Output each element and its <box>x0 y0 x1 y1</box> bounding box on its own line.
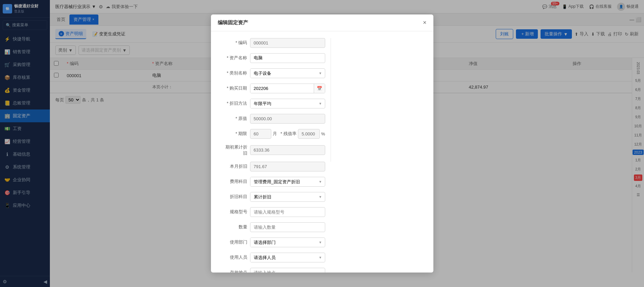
dep-subject-select[interactable]: 累计折旧 <box>250 192 316 201</box>
form-row-method: * 折旧方法 年限平均 ▼ <box>223 99 325 108</box>
user-select[interactable]: 请选择人员 <box>250 253 316 262</box>
modal-body: * 编码 * 资产名称 * 类别名称 电子设备 <box>211 31 433 273</box>
form-row-current-month-dep: 本月折旧 <box>223 162 325 171</box>
purchase-date-input[interactable] <box>250 84 314 93</box>
storage-label: 存放地点 <box>223 269 250 273</box>
form-row-asset-name: * 资产名称 <box>223 53 325 63</box>
expense-subject-select[interactable]: 管理费用_固定资产折旧 <box>250 177 316 186</box>
modal-header: 编辑固定资产 × <box>211 14 433 31</box>
original-value-input[interactable] <box>250 114 325 124</box>
modal-form-grid: * 编码 * 资产名称 * 类别名称 电子设备 <box>218 38 427 273</box>
edit-fixed-asset-modal: 编辑固定资产 × * 编码 * 资产名称 <box>211 14 433 273</box>
current-month-dep-label: 本月折旧 <box>223 163 250 169</box>
period-salvage-group: 月 * 残值率 % <box>250 129 325 139</box>
period-unit: 月 <box>273 131 277 137</box>
modal-close-button[interactable]: × <box>423 19 427 26</box>
method-select[interactable]: 年限平均 <box>250 99 316 108</box>
user-select-wrapper: 请选择人员 ▼ <box>250 253 325 262</box>
form-left-section: * 编码 * 资产名称 * 类别名称 电子设备 <box>218 38 331 162</box>
department-select-wrapper: 请选择部门 ▼ <box>250 237 325 247</box>
form-row-code: * 编码 <box>223 38 325 48</box>
expense-subject-wrapper: 管理费用_固定资产折旧 ▼ <box>250 177 325 187</box>
form-row-initial-depreciation: 期初累计折旧 <box>223 144 325 156</box>
salvage-input[interactable] <box>298 129 320 139</box>
form-row-category: * 类别名称 电子设备 ▼ <box>223 68 325 78</box>
category-label: * 类别名称 <box>223 70 250 76</box>
asset-name-input[interactable] <box>250 53 325 63</box>
category-select-wrapper: 电子设备 ▼ <box>250 68 325 78</box>
expense-subject-icon: ▼ <box>316 178 325 186</box>
current-month-dep-input[interactable] <box>250 162 325 171</box>
department-icon: ▼ <box>316 238 325 246</box>
form-row-quantity: 数量 <box>223 222 325 232</box>
method-dropdown-icon: ▼ <box>316 100 325 107</box>
method-select-wrapper: 年限平均 ▼ <box>250 99 325 108</box>
period-label: * 期限 <box>223 131 250 137</box>
department-select[interactable]: 请选择部门 <box>250 238 316 247</box>
form-right-section: 本月折旧 费用科目 管理费用_固定资产折旧 ▼ <box>218 162 331 273</box>
modal-overlay: 编辑固定资产 × * 编码 * 资产名称 <box>0 0 644 287</box>
salvage-unit: % <box>321 131 325 136</box>
form-row-period-salvage: * 期限 月 * 残值率 % <box>223 129 325 139</box>
user-label: 使用人员 <box>223 254 250 260</box>
expense-subject-label: 费用科目 <box>223 179 250 185</box>
form-row-original-value: * 原值 <box>223 114 325 124</box>
modal-title: 编辑固定资产 <box>218 20 248 26</box>
form-row-user: 使用人员 请选择人员 ▼ <box>223 253 325 262</box>
purchase-date-label: * 购买日期 <box>223 85 250 91</box>
category-select[interactable]: 电子设备 <box>250 69 316 78</box>
salvage-label: * 残值率 <box>280 131 297 137</box>
calendar-icon[interactable]: 📅 <box>314 84 325 93</box>
code-label: * 编码 <box>223 40 250 46</box>
initial-depreciation-input[interactable] <box>250 145 325 155</box>
form-divider <box>331 38 331 162</box>
user-icon: ▼ <box>316 254 325 261</box>
form-row-expense-subject: 费用科目 管理费用_固定资产折旧 ▼ <box>223 177 325 187</box>
storage-input[interactable] <box>250 268 325 273</box>
spec-input[interactable] <box>250 207 325 217</box>
period-input[interactable] <box>250 129 272 139</box>
dep-subject-wrapper: 累计折旧 ▼ <box>250 192 325 202</box>
form-row-storage: 存放地点 <box>223 268 325 273</box>
asset-name-label: * 资产名称 <box>223 55 250 61</box>
form-row-dep-subject: 折旧科目 累计折旧 ▼ <box>223 192 325 202</box>
method-label: * 折旧方法 <box>223 100 250 106</box>
quantity-label: 数量 <box>223 224 250 230</box>
dep-subject-label: 折旧科目 <box>223 194 250 200</box>
category-dropdown-icon: ▼ <box>316 69 325 77</box>
spec-label: 规格型号 <box>223 209 250 215</box>
dep-subject-icon: ▼ <box>316 193 325 201</box>
department-label: 使用部门 <box>223 239 250 245</box>
original-value-label: * 原值 <box>223 116 250 122</box>
code-input[interactable] <box>250 38 325 48</box>
purchase-date-wrapper: 📅 <box>250 84 325 93</box>
form-row-spec: 规格型号 <box>223 207 325 217</box>
form-row-department: 使用部门 请选择部门 ▼ <box>223 237 325 247</box>
initial-depreciation-label: 期初累计折旧 <box>223 144 250 156</box>
form-row-purchase-date: * 购买日期 📅 <box>223 84 325 93</box>
quantity-input[interactable] <box>250 222 325 232</box>
